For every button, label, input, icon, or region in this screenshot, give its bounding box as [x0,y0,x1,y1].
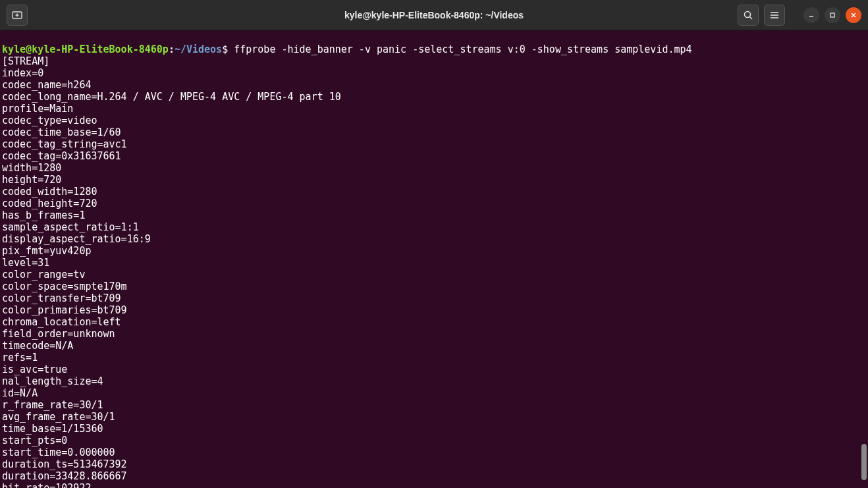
output-line: r_frame_rate=30/1 [2,399,866,411]
output-line: codec_tag=0x31637661 [2,150,866,162]
output-line: coded_height=720 [2,198,866,209]
svg-line-4 [750,16,753,19]
hamburger-icon [769,10,780,20]
output-line: bit_rate=102922 [2,482,866,488]
output-line: has_b_frames=1 [2,209,866,221]
output-line: chroma_location=left [2,316,866,328]
output-line: avg_frame_rate=30/1 [2,411,866,423]
search-icon [743,10,753,20]
maximize-button[interactable] [825,7,840,23]
command-text: ffprobe -hide_banner -v panic -select_st… [228,43,692,55]
output-line: width=1280 [2,162,866,174]
maximize-icon [829,12,836,18]
output-line: time_base=1/15360 [2,423,866,435]
titlebar-left-group [7,5,28,26]
output-line: timecode=N/A [2,340,866,352]
scrollbar-thumb[interactable] [861,444,867,480]
new-tab-button[interactable] [7,5,28,26]
output-line: duration=33428.866667 [2,470,866,482]
close-button[interactable] [846,7,861,23]
menu-button[interactable] [764,5,785,26]
prompt-path: ~/Videos [175,43,222,55]
terminal-body[interactable]: kyle@kyle-HP-EliteBook-8460p:~/Videos$ f… [0,30,868,488]
svg-point-3 [745,11,751,17]
output-line: display_aspect_ratio=16:9 [2,233,866,245]
prompt-user-host: kyle@kyle-HP-EliteBook-8460p [2,43,169,55]
output-line: duration_ts=513467392 [2,458,866,470]
output-line: coded_width=1280 [2,186,866,198]
output-line: refs=1 [2,352,866,364]
titlebar: kyle@kyle-HP-EliteBook-8460p: ~/Videos [0,0,868,30]
output-line: index=0 [2,67,866,79]
output-line: codec_time_base=1/60 [2,126,866,138]
output-line: level=31 [2,257,866,269]
output-line: codec_type=video [2,115,866,126]
output-line: codec_name=h264 [2,79,866,91]
output-line: id=N/A [2,387,866,399]
output-line: color_transfer=bt709 [2,292,866,304]
output-container: [STREAM]index=0codec_name=h264codec_long… [2,55,866,488]
output-line: codec_long_name=H.264 / AVC / MPEG-4 AVC… [2,91,866,103]
window-title: kyle@kyle-HP-EliteBook-8460p: ~/Videos [344,10,524,20]
prompt-separator: : [169,43,175,55]
output-line: nal_length_size=4 [2,375,866,387]
prompt-symbol: $ [222,43,228,55]
minimize-icon [808,12,815,18]
output-line: start_pts=0 [2,435,866,447]
new-tab-icon [12,10,22,20]
output-line: start_time=0.000000 [2,447,866,458]
minimize-button[interactable] [803,7,819,23]
output-line: codec_tag_string=avc1 [2,138,866,150]
output-line: profile=Main [2,103,866,115]
close-icon [850,12,857,18]
output-line: height=720 [2,174,866,186]
output-line: color_primaries=bt709 [2,304,866,316]
output-line: [STREAM] [2,55,866,67]
output-line: color_range=tv [2,269,866,281]
output-line: color_space=smpte170m [2,281,866,292]
output-line: sample_aspect_ratio=1:1 [2,221,866,233]
titlebar-right-group [738,5,861,26]
output-line: pix_fmt=yuv420p [2,245,866,257]
svg-rect-9 [830,13,834,17]
search-button[interactable] [738,5,759,26]
output-line: is_avc=true [2,364,866,375]
output-line: field_order=unknown [2,328,866,340]
